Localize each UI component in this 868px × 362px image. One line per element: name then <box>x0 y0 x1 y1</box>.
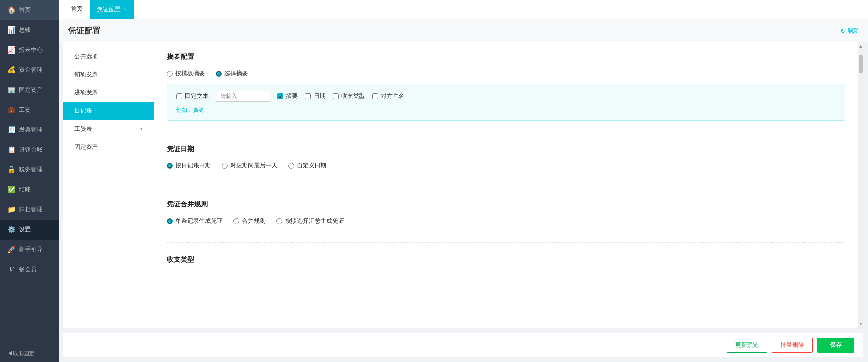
tab-bar: 首页 凭证配置 × — ⛶ <box>59 0 868 19</box>
main-area: 首页 凭证配置 × — ⛶ 凭证配置 ↻ 刷新 公共选项 销项发票 进项 <box>59 0 868 362</box>
single-record-option[interactable]: 单条记录生成凭证 <box>167 217 223 225</box>
custom-date-option[interactable]: 自定义日期 <box>288 161 326 170</box>
page-header: 凭证配置 ↻ 刷新 <box>59 19 868 42</box>
refresh-button[interactable]: ↻ 刷新 <box>840 27 859 35</box>
close-account-icon: ✅ <box>7 186 15 194</box>
payroll-icon: 💼 <box>7 106 15 114</box>
income-type-checkbox-option[interactable]: 收支类型 <box>333 92 365 100</box>
chevron-down-icon: ▾ <box>140 126 143 132</box>
income-type-title: 收支类型 <box>167 255 845 264</box>
reports-icon: 📈 <box>7 46 15 54</box>
bottom-bar: 更新预览 批量删除 保存 <box>63 333 863 357</box>
left-nav-payroll-table[interactable]: 工资表 ▾ <box>63 120 154 138</box>
archive-icon: 📁 <box>7 205 15 214</box>
party-name-checkbox[interactable] <box>372 93 378 99</box>
voucher-date-section: 凭证日期 按日记账日期 对应期间最后一天 自定义日期 <box>167 145 845 187</box>
abstract-checkbox-row: 固定文本 摘要 日期 收支类型 <box>176 91 836 102</box>
sidebar-item-reports[interactable]: 📈 报表中心 <box>0 40 59 60</box>
scroll-thumb-area <box>858 50 863 319</box>
date-checkbox[interactable] <box>305 93 311 99</box>
left-nav: 公共选项 销项发票 进项发票 日记账 工资表 ▾ 固定资产 <box>63 42 154 328</box>
update-preview-button[interactable]: 更新预览 <box>727 338 767 353</box>
sidebar-item-home[interactable]: 🏠 首页 <box>0 0 59 20</box>
right-content: 摘要配置 按模板摘要 选择摘要 固定文本 <box>154 42 858 328</box>
last-period-day-radio[interactable] <box>222 163 228 169</box>
sidebar-unpin-button[interactable]: ◀取消固定 <box>0 345 59 362</box>
funds-icon: 💰 <box>7 66 15 74</box>
by-selection-option[interactable]: 按照选择汇总生成凭证 <box>276 217 344 225</box>
tab-voucher-config[interactable]: 凭证配置 × <box>90 0 134 19</box>
content-wrapper: 公共选项 销项发票 进项发票 日记账 工资表 ▾ 固定资产 摘要配置 <box>63 42 863 328</box>
abstract-template-option[interactable]: 按模板摘要 <box>167 69 205 78</box>
abstract-section-title: 摘要配置 <box>167 53 845 61</box>
merge-rule-radio-row: 单条记录生成凭证 合并规则 按照选择汇总生成凭证 <box>167 217 845 225</box>
merge-rule-radio[interactable] <box>233 218 239 224</box>
abstract-checkbox[interactable] <box>277 93 283 99</box>
abstract-section: 摘要配置 按模板摘要 选择摘要 固定文本 <box>167 53 845 132</box>
sidebar-item-funds[interactable]: 💰 资金管理 <box>0 60 59 80</box>
sidebar-item-reconcile[interactable]: 📋 进销台账 <box>0 140 59 160</box>
sidebar-item-member[interactable]: V 畅会员 <box>0 259 59 279</box>
ledger-icon: 📊 <box>7 26 15 34</box>
reconcile-icon: 📋 <box>7 146 15 154</box>
left-nav-fixed-assets[interactable]: 固定资产 <box>63 138 154 156</box>
sidebar-item-invoices[interactable]: 🧾 发票管理 <box>0 120 59 140</box>
left-nav-journal[interactable]: 日记账 <box>63 102 154 120</box>
refresh-icon: ↻ <box>840 28 845 34</box>
tab-close-icon[interactable]: × <box>123 6 126 13</box>
abstract-checkbox-option[interactable]: 摘要 <box>277 92 298 100</box>
minimize-button[interactable]: — <box>842 5 851 15</box>
sidebar-item-guide[interactable]: 🚀 新手引导 <box>0 240 59 259</box>
invoices-icon: 🧾 <box>7 126 15 134</box>
income-type-checkbox[interactable] <box>333 93 339 99</box>
income-type-section: 收支类型 <box>167 255 845 283</box>
abstract-config-box: 固定文本 摘要 日期 收支类型 <box>167 84 845 121</box>
settings-icon: ⚙️ <box>7 225 15 234</box>
left-nav-public[interactable]: 公共选项 <box>63 47 154 65</box>
merge-rule-option[interactable]: 合并规则 <box>233 217 266 225</box>
scroll-thumb[interactable] <box>859 55 863 73</box>
abstract-select-radio[interactable] <box>216 71 222 77</box>
date-checkbox-option[interactable]: 日期 <box>305 92 325 100</box>
last-period-day-option[interactable]: 对应期间最后一天 <box>222 161 277 170</box>
tab-home[interactable]: 首页 <box>63 0 90 19</box>
home-icon: 🏠 <box>7 6 15 14</box>
sidebar-item-assets[interactable]: 🏢 固定资产 <box>0 80 59 100</box>
abstract-template-radio[interactable] <box>167 71 173 77</box>
sidebar-item-archive[interactable]: 📁 归档管理 <box>0 200 59 220</box>
member-icon: V <box>7 266 15 274</box>
abstract-select-option[interactable]: 选择摘要 <box>216 69 248 78</box>
voucher-date-title: 凭证日期 <box>167 145 845 153</box>
party-name-checkbox-option[interactable]: 对方户名 <box>372 92 404 100</box>
scroll-track: ▲ ▼ <box>858 42 863 328</box>
sidebar: 🏠 首页 📊 总账 📈 报表中心 💰 资金管理 🏢 固定资产 💼 工资 🧾 发票… <box>0 0 59 362</box>
by-journal-date-option[interactable]: 按日记账日期 <box>167 161 211 170</box>
fixed-text-checkbox[interactable] <box>176 93 182 99</box>
single-record-radio[interactable] <box>167 218 173 224</box>
left-nav-sales-invoice[interactable]: 销项发票 <box>63 65 154 83</box>
left-nav-purchase-invoice[interactable]: 进项发票 <box>63 83 154 102</box>
maximize-button[interactable]: ⛶ <box>854 5 863 15</box>
page-title: 凭证配置 <box>68 25 101 36</box>
tab-controls: — ⛶ <box>842 5 863 15</box>
abstract-radio-row: 按模板摘要 选择摘要 <box>167 69 845 78</box>
fixed-text-input[interactable] <box>216 91 270 102</box>
sidebar-item-tax[interactable]: 🔒 税务管理 <box>0 160 59 180</box>
custom-date-radio[interactable] <box>288 163 294 169</box>
sidebar-item-ledger[interactable]: 📊 总账 <box>0 20 59 40</box>
fixed-text-option[interactable]: 固定文本 <box>176 92 209 100</box>
abstract-example: 例如：摘要 <box>176 106 836 114</box>
by-journal-date-radio[interactable] <box>167 163 173 169</box>
batch-delete-button[interactable]: 批量删除 <box>772 338 813 353</box>
assets-icon: 🏢 <box>7 86 15 94</box>
save-button[interactable]: 保存 <box>817 338 854 353</box>
scroll-up-button[interactable]: ▲ <box>858 42 863 50</box>
guide-icon: 🚀 <box>7 245 15 254</box>
tax-icon: 🔒 <box>7 166 15 174</box>
scroll-down-button[interactable]: ▼ <box>858 319 863 328</box>
sidebar-item-settings[interactable]: ⚙️ 设置 <box>0 220 59 240</box>
merge-rule-title: 凭证合并规则 <box>167 200 845 209</box>
by-selection-radio[interactable] <box>276 218 282 224</box>
sidebar-item-payroll[interactable]: 💼 工资 <box>0 100 59 120</box>
sidebar-item-close[interactable]: ✅ 结账 <box>0 180 59 200</box>
